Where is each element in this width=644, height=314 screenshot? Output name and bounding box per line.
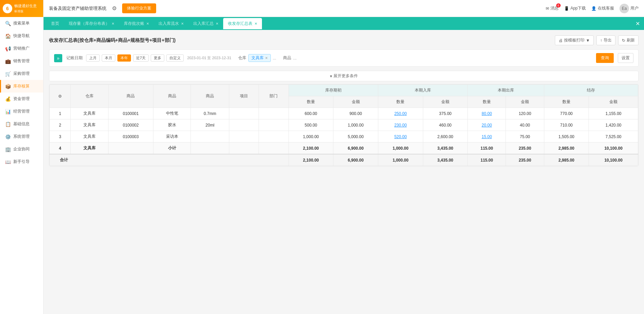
table-row: 4文具库小计2,100.006,900.001,000.003,435.0011… <box>50 143 638 154</box>
gear-button[interactable]: ⚙ <box>109 4 119 13</box>
row-bal-qty: 710.00 <box>544 119 589 131</box>
row-in-qty[interactable]: 520.00 <box>378 131 423 143</box>
date-btn-this-month[interactable]: 本月 <box>102 54 115 62</box>
row-warehouse: 文具库 <box>71 131 109 143</box>
guide-icon: 📖 <box>5 159 11 165</box>
print-button[interactable]: 🖨 按模板打印 ▼ <box>555 35 594 45</box>
print-dropdown-icon: ▼ <box>586 38 590 43</box>
tab-batch[interactable]: 库存批次账 ✕ <box>119 18 154 29</box>
sidebar-item-finance[interactable]: 💰 资金管理 <box>0 93 43 105</box>
row-bal-amt: 1,420.00 <box>589 119 638 131</box>
user-label: 用户 <box>630 5 639 11</box>
row-out-amt: 120.00 <box>506 108 544 119</box>
bal-amt-header: 金额 <box>589 96 638 108</box>
row-dept <box>259 131 288 143</box>
tab-inout-flow-label: 出入库流水 <box>159 21 179 27</box>
page-content: 收发存汇总表(按仓库+商品编码+商品+规格型号+项目+部门) 🖨 按模板打印 ▼… <box>44 30 644 314</box>
home-icon: 🏠 <box>5 33 11 39</box>
tab-inventory-dist[interactable]: 现存量（库存分布表） ✕ <box>64 18 119 29</box>
row-bal-amt: 7,525.00 <box>589 131 638 143</box>
settings-col-header[interactable]: ⚙ <box>50 85 71 108</box>
online-service-action[interactable]: 👤 在线客服 <box>591 5 614 11</box>
table-row: 2文具库0100002胶水20ml500.001,000.00230.00460… <box>50 119 638 131</box>
goods-more[interactable]: ... <box>293 56 297 61</box>
tab-inout-flow-close[interactable]: ✕ <box>181 22 184 26</box>
sidebar-item-quick-nav[interactable]: 🏠 快捷导航 <box>0 30 43 42</box>
tab-inout-flow[interactable]: 出入库流水 ✕ <box>154 18 188 29</box>
row-in-qty[interactable]: 250.00 <box>378 108 423 119</box>
trial-button[interactable]: 体验行业方案 <box>122 3 156 13</box>
warehouse-tag-text: 文具库 <box>251 55 264 61</box>
row-out-qty[interactable]: 20.00 <box>468 119 506 131</box>
row-open-amt: 5,000.00 <box>333 131 378 143</box>
row-warehouse: 文具库 <box>71 143 109 154</box>
filter-toggle-btn[interactable]: » <box>54 54 62 62</box>
message-badge: 6 <box>556 3 561 7</box>
sidebar-item-sales[interactable]: 💼 销售管理 <box>0 55 43 67</box>
row-warehouse: 文具库 <box>71 108 109 119</box>
tabs-close-all[interactable]: ✕ <box>634 20 641 27</box>
row-name: 小计 <box>153 143 191 154</box>
date-btn-7days[interactable]: 近7天 <box>133 54 149 62</box>
row-warehouse: 文具库 <box>71 119 109 131</box>
sidebar-item-purchase[interactable]: 🛒 采购管理 <box>0 67 43 80</box>
sidebar-item-label: 经营管理 <box>13 109 30 114</box>
expand-filter-row[interactable]: ▾ 展开更多条件 <box>49 71 639 81</box>
row-no: 4 <box>50 143 71 154</box>
row-in-qty[interactable]: 230.00 <box>378 119 423 131</box>
tab-batch-close[interactable]: ✕ <box>146 22 149 26</box>
refresh-button[interactable]: ↻ 刷新 <box>618 35 639 45</box>
row-spec <box>191 143 229 154</box>
warehouse-tag-close[interactable]: ✕ <box>265 56 268 60</box>
date-btn-last-month[interactable]: 上月 <box>86 54 100 62</box>
row-out-qty[interactable]: 15.00 <box>468 131 506 143</box>
sidebar-item-inventory[interactable]: 📦 库存核算 <box>0 80 43 93</box>
sidebar-item-label: 营销推广 <box>13 46 30 51</box>
sidebar-item-search[interactable]: 🔍 搜索菜单 <box>0 17 43 30</box>
date-btn-more[interactable]: 更多 <box>151 54 164 62</box>
date-btn-this-year[interactable]: 本年 <box>117 54 131 62</box>
table-body: 1文具库0100001中性笔0.7mm600.00900.00250.00375… <box>50 108 638 154</box>
tab-inventory-dist-close[interactable]: ✕ <box>112 22 114 26</box>
user-action[interactable]: Ea 用户 <box>620 4 639 13</box>
row-open-qty: 500.00 <box>288 119 333 131</box>
marketing-icon: 📢 <box>5 46 11 51</box>
warehouse-tag[interactable]: 文具库 ✕ <box>248 54 271 62</box>
sidebar-item-system[interactable]: ⚙️ 系统管理 <box>0 130 43 143</box>
brand-text: 畅捷通好生意 标准版 <box>14 3 37 13</box>
enterprise-icon: 🏢 <box>5 147 11 152</box>
expand-icon: ▾ <box>330 74 332 79</box>
page-header: 收发存汇总表(按仓库+商品编码+商品+规格型号+项目+部门) 🖨 按模板打印 ▼… <box>49 35 639 45</box>
tab-home[interactable]: 首页 <box>46 18 64 29</box>
header-right: ✉ 消息 6 📱 App下载 👤 在线客服 Ea 用户 <box>546 4 639 13</box>
sidebar-item-marketing[interactable]: 📢 营销推广 <box>0 42 43 55</box>
export-button[interactable]: ↑ 导出 <box>596 35 615 45</box>
sidebar-header: 6 畅捷通好生意 标准版 <box>0 0 43 17</box>
filter-row: 记账日期 上月 本月 本年 近7天 更多 自定义 2023-01-01 至 20… <box>66 54 592 62</box>
system-icon: ⚙️ <box>5 134 11 139</box>
footer-open-qty: 2,100.00 <box>288 154 333 166</box>
query-button[interactable]: 查询 <box>596 53 614 63</box>
sidebar-item-enterprise[interactable]: 🏢 企业协同 <box>0 143 43 155</box>
date-btn-custom[interactable]: 自定义 <box>166 54 184 62</box>
filter-panel: » 记账日期 上月 本月 本年 近7天 更多 自定义 2023-01-01 至 … <box>49 49 639 67</box>
tab-inventory-dist-label: 现存量（库存分布表） <box>69 21 110 27</box>
message-action[interactable]: ✉ 消息 6 <box>546 5 559 11</box>
settings-button[interactable]: 设置 <box>618 53 633 63</box>
tab-recv-send[interactable]: 收发存汇总表 ✕ <box>223 18 262 29</box>
tab-recv-send-close[interactable]: ✕ <box>254 22 257 26</box>
sidebar-item-base-info[interactable]: 📋 基础信息 <box>0 118 43 130</box>
row-name: 胶水 <box>153 119 191 131</box>
sidebar-item-label: 快捷导航 <box>13 33 30 39</box>
row-bal-qty: 2,985.00 <box>544 143 589 154</box>
sidebar-item-guide[interactable]: 📖 新手引导 <box>0 155 43 168</box>
tab-inout-summary-close[interactable]: ✕ <box>216 22 218 26</box>
tab-inout-summary[interactable]: 出入库汇总 ✕ <box>188 18 223 29</box>
sidebar-item-operations[interactable]: 📊 经营管理 <box>0 105 43 118</box>
row-out-qty[interactable]: 80.00 <box>468 108 506 119</box>
open-qty-header: 数量 <box>288 96 333 108</box>
system-title: 装备及固定资产辅助管理系统 <box>49 5 106 12</box>
warehouse-more[interactable]: ... <box>273 56 276 61</box>
sidebar-item-label: 企业协同 <box>13 146 30 152</box>
app-download-action[interactable]: 📱 App下载 <box>564 5 586 11</box>
